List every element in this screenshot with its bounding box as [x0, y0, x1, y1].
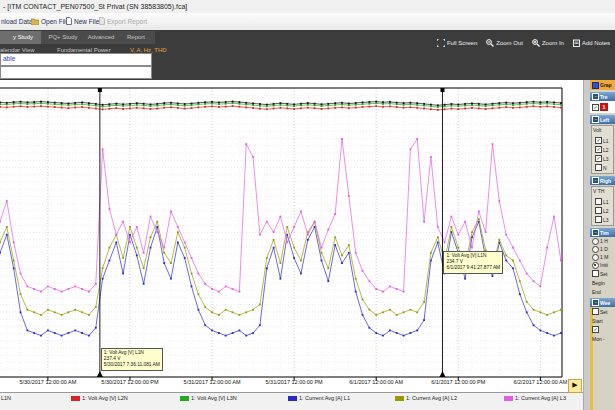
- new-file-button[interactable]: New File: [66, 15, 99, 28]
- collapse-icon[interactable]: –: [592, 116, 599, 123]
- x-tick-label: 6/1/2017 12:00:00 PM: [420, 379, 496, 385]
- legend-swatch: [504, 396, 513, 401]
- checkbox-icon[interactable]: [595, 216, 602, 223]
- collapse-icon[interactable]: –: [592, 229, 599, 236]
- download-data-button[interactable]: nload Data: [1, 15, 32, 28]
- radio-1-d[interactable]: 1 D: [590, 245, 615, 253]
- radio-icon[interactable]: [592, 238, 599, 245]
- radio-icon[interactable]: [592, 254, 599, 261]
- series-4: [0, 222, 575, 336]
- checkbox-icon[interactable]: ✓: [595, 155, 602, 162]
- chart-legend: L1N 1: Volt Avg [V] L2N1: Volt Avg [V] L…: [0, 392, 583, 410]
- checkbox-blank[interactable]: ✓: [590, 325, 615, 334]
- series-group: [0, 101, 576, 337]
- checkbox-l2[interactable]: ✓L2: [593, 145, 613, 154]
- legend-swatch: [180, 396, 189, 401]
- new-file-icon: [66, 17, 72, 26]
- scroll-right-button[interactable]: ▶: [568, 379, 582, 393]
- zoom-in-button[interactable]: Zoom In: [532, 39, 564, 48]
- panel-trend-row[interactable]: ✓1: [590, 101, 615, 113]
- panel-selected-grap[interactable]: Grap: [590, 80, 615, 90]
- zoom-out-button[interactable]: Zoom Out: [486, 39, 523, 48]
- new-file-label: New File: [74, 18, 99, 25]
- export-report-button: Export Report: [99, 15, 147, 28]
- legend-item-clipped: L1N: [1, 395, 11, 401]
- panel-header-righ[interactable]: –Righ: [590, 176, 615, 185]
- zoom-in-label: Zoom In: [542, 40, 564, 46]
- cursor-tooltip-2: 1: Volt Avg [V] L1N234.7 V6/1/2017 9:41:…: [443, 251, 503, 274]
- checkbox-l1[interactable]: ✓L1: [593, 136, 613, 145]
- tab-advanced[interactable]: Advanced: [80, 31, 122, 44]
- checkbox-icon[interactable]: ✓: [595, 146, 602, 153]
- chart-canvas[interactable]: [0, 80, 583, 392]
- checkbox-l2[interactable]: L2: [593, 206, 613, 215]
- main-toolbar: nload Data Open File New File Export Rep…: [0, 13, 615, 31]
- add-notes-label: Add Notes: [582, 40, 610, 46]
- checkbox-icon[interactable]: [592, 308, 599, 315]
- panel-group-volt: Volt✓L1✓L2✓L3N: [591, 125, 614, 174]
- legend-item: 1: Current Avg [A] L1: [288, 395, 350, 401]
- tab-pq-study[interactable]: PQ+ Study: [41, 31, 85, 44]
- full-screen-button[interactable]: Full Screen: [437, 39, 477, 48]
- chart-toolbar: Full Screen Zoom Out Zoom In Add Notes: [437, 37, 610, 49]
- legend-item: 1: Volt Avg [V] L2N: [71, 395, 128, 401]
- collapse-icon[interactable]: –: [592, 93, 599, 100]
- panel-header-wee[interactable]: –Wee: [590, 298, 615, 307]
- legend-item: 1: Volt Avg [V] L3N: [180, 395, 237, 401]
- checkbox-icon[interactable]: [595, 198, 602, 205]
- group-label: Volt: [593, 127, 613, 136]
- checkbox-n[interactable]: N: [593, 163, 613, 172]
- checkbox-set[interactable]: Set: [590, 269, 615, 278]
- collapse-icon[interactable]: –: [592, 299, 599, 306]
- panel-text-begin: Begin: [590, 278, 615, 287]
- folder-icon: [31, 18, 39, 26]
- panel-header-tim[interactable]: –Tim: [590, 228, 615, 237]
- checkbox-l3[interactable]: L3: [593, 215, 613, 224]
- radio-icon[interactable]: [592, 262, 599, 269]
- radio-icon[interactable]: [592, 246, 599, 253]
- radio-initi[interactable]: Initi: [590, 261, 615, 269]
- checkbox-icon[interactable]: ✓: [592, 326, 599, 333]
- open-file-button[interactable]: Open File: [31, 15, 69, 28]
- checkbox-l1[interactable]: L1: [593, 197, 613, 206]
- panel-header-left[interactable]: –Left: [590, 115, 615, 124]
- radio-1-m[interactable]: 1 M: [590, 253, 615, 261]
- checkbox-icon[interactable]: ✓: [595, 137, 602, 144]
- collapse-icon[interactable]: –: [592, 177, 599, 184]
- checkbox-set[interactable]: Set: [590, 307, 615, 316]
- checkbox-icon[interactable]: [592, 270, 599, 277]
- checkbox-icon[interactable]: [595, 207, 602, 214]
- trend-chart[interactable]: 5/30/2017 12:00:00 AM5/30/2017 12:00:00 …: [0, 80, 583, 392]
- add-notes-icon: [573, 39, 580, 48]
- cursor-tooltip-1: 1: Volt Avg [V] L1N237.4 V5/30/2017 7:36…: [101, 348, 163, 371]
- group-label: V TH: [593, 188, 613, 197]
- trend-number-badge: 1: [600, 103, 608, 111]
- panel-group-v-th: V THL1L2L3: [591, 186, 614, 226]
- export-report-label: Export Report: [107, 18, 147, 25]
- zoom-in-icon: [532, 39, 540, 48]
- tab-study[interactable]: y Study: [0, 31, 46, 44]
- download-data-label: nload Data: [1, 18, 32, 25]
- checkbox-icon[interactable]: [595, 164, 602, 171]
- panel-header-tre[interactable]: –Tre: [590, 92, 615, 101]
- trend-checkbox[interactable]: ✓: [592, 104, 599, 111]
- cursor-1[interactable]: [97, 88, 103, 377]
- x-tick-label: 5/30/2017 12:00:00 PM: [92, 379, 168, 385]
- panel-text-end: End: [590, 287, 615, 296]
- filter-combobox-2[interactable]: [0, 66, 152, 79]
- checkbox-l3[interactable]: ✓L3: [593, 154, 613, 163]
- legend-swatch: [71, 396, 80, 401]
- add-notes-button[interactable]: Add Notes: [573, 39, 610, 48]
- tab-report[interactable]: Report: [117, 31, 155, 44]
- panel-text-start: Start: [590, 316, 615, 325]
- settings-panel: Grap–Tre✓1–LeftVolt✓L1✓L2✓L3N–RighV THL1…: [590, 80, 615, 410]
- export-report-icon: [99, 17, 105, 26]
- window-title: - [ITM CONTACT_PEN07500_St Privat (SN 38…: [0, 0, 615, 13]
- panel-text-mon-: Mon -: [590, 334, 615, 343]
- legend-item: 1: Current Avg [A] L3: [504, 395, 566, 401]
- x-tick-label: 6/2/2017 12:00:00 AM: [502, 379, 578, 385]
- legend-swatch: [395, 396, 404, 401]
- legend-swatch: [288, 396, 297, 401]
- radio-1-h[interactable]: 1 H: [590, 237, 615, 245]
- filter-combobox[interactable]: able: [0, 53, 152, 66]
